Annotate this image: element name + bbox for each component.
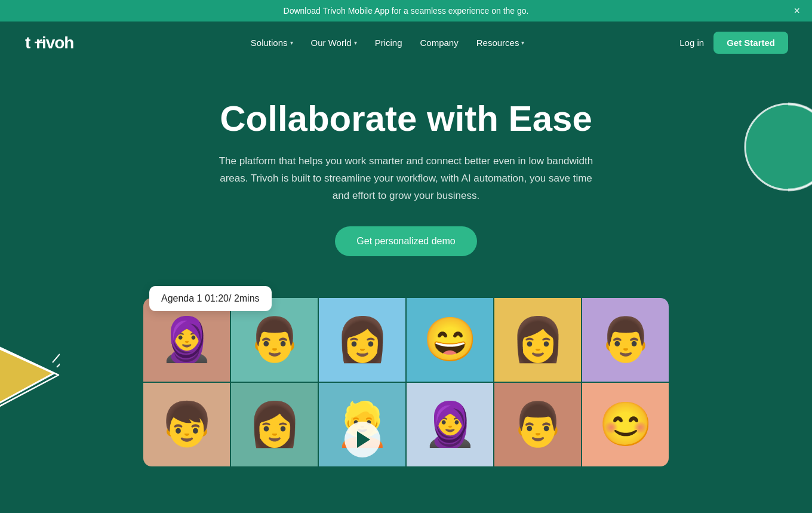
participant-cell: 👩 bbox=[231, 383, 318, 466]
login-link[interactable]: Log in bbox=[679, 38, 704, 48]
participant-cell: 🧕 bbox=[407, 383, 493, 466]
get-started-button[interactable]: Get Started bbox=[713, 32, 788, 54]
navbar: t rivoh Solutions ▾ Our World ▾ Pricing … bbox=[0, 21, 812, 63]
participant-cell: 👦 bbox=[143, 383, 230, 466]
participant-cell: 👩 bbox=[494, 298, 581, 382]
svg-line-5 bbox=[57, 358, 60, 367]
participant-cell: 👩 bbox=[319, 298, 405, 382]
logo-text: t rivoh bbox=[24, 30, 96, 54]
hero-video-container: Agenda 1 01:20/ 2mins 🧕 👨 👩 😄 👩 👨 bbox=[143, 298, 669, 466]
play-icon bbox=[357, 431, 370, 448]
hero-title: Collaborate with Ease bbox=[220, 99, 592, 139]
svg-point-9 bbox=[745, 104, 812, 190]
svg-text:rivoh: rivoh bbox=[36, 33, 73, 52]
participant-cell: 😄 bbox=[407, 298, 493, 382]
participant-cell: 👨 bbox=[582, 298, 669, 382]
announcement-banner: Download Trivoh Mobile App for a seamles… bbox=[0, 0, 812, 21]
hero-section: Collaborate with Ease The platform that … bbox=[0, 63, 812, 513]
decorative-circle bbox=[740, 99, 812, 195]
chevron-down-icon: ▾ bbox=[290, 39, 293, 46]
hero-subtitle: The platform that helps you work smarter… bbox=[215, 153, 597, 205]
nav-pricing[interactable]: Pricing bbox=[368, 33, 410, 53]
play-button[interactable] bbox=[345, 422, 380, 457]
announcement-text: Download Trivoh Mobile App for a seamles… bbox=[284, 6, 529, 16]
participant-cell: 👨 bbox=[494, 383, 581, 466]
logo[interactable]: t rivoh bbox=[24, 30, 96, 54]
nav-resources[interactable]: Resources ▾ bbox=[469, 33, 532, 53]
nav-company[interactable]: Company bbox=[413, 33, 466, 53]
nav-our-world[interactable]: Our World ▾ bbox=[304, 33, 364, 53]
video-grid: 🧕 👨 👩 😄 👩 👨 👦 👩 bbox=[143, 298, 669, 466]
participant-cell: 😊 bbox=[582, 383, 669, 466]
close-banner-button[interactable]: × bbox=[793, 5, 800, 16]
svg-line-7 bbox=[53, 354, 60, 363]
participant-cell: 👱 bbox=[319, 383, 405, 466]
svg-text:t: t bbox=[25, 33, 30, 52]
chevron-down-icon: ▾ bbox=[521, 39, 524, 46]
nav-links: Solutions ▾ Our World ▾ Pricing Company … bbox=[244, 33, 532, 53]
decorative-triangle bbox=[0, 337, 60, 415]
nav-solutions[interactable]: Solutions ▾ bbox=[244, 33, 300, 53]
chevron-down-icon: ▾ bbox=[354, 39, 357, 46]
agenda-badge: Agenda 1 01:20/ 2mins bbox=[149, 286, 272, 311]
demo-button[interactable]: Get personalized demo bbox=[335, 226, 476, 256]
nav-actions: Log in Get Started bbox=[679, 32, 788, 54]
